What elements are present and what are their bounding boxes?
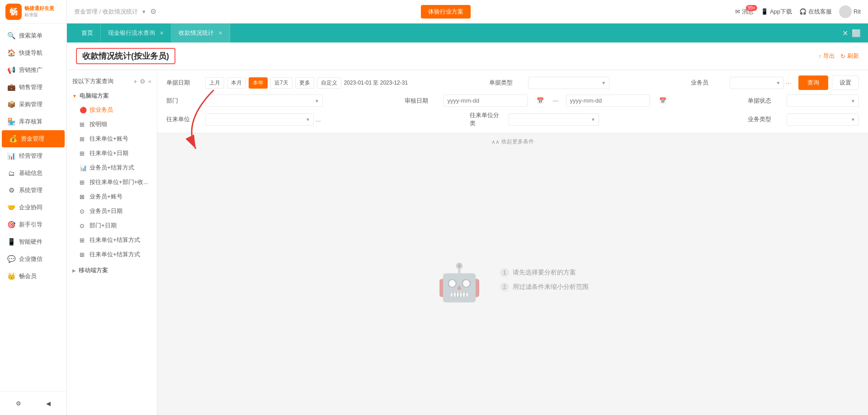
salesperson-filter-label: 业务员 bbox=[691, 79, 722, 87]
sidebar-item-wechat[interactable]: 💬 企业微信 bbox=[0, 250, 66, 268]
sidebar-item-enterprise[interactable]: 🤝 企业协同 bbox=[0, 199, 66, 216]
desktop-scheme-header[interactable]: ▼ 电脑端方案 bbox=[67, 89, 157, 103]
salesperson-settle-icon: 📊 bbox=[80, 165, 87, 171]
purchase-icon: 📦 bbox=[7, 100, 15, 108]
add-scheme-icon[interactable]: + bbox=[133, 78, 137, 85]
sidebar-item-member[interactable]: 👑 畅会员 bbox=[0, 268, 66, 285]
scheme-item-salesperson-account[interactable]: ⊠ 业务员+账号 bbox=[67, 189, 157, 204]
dept-select[interactable] bbox=[205, 94, 323, 107]
dropdown-arrow-icon[interactable]: ▼ bbox=[142, 9, 146, 14]
salesperson-scheme-icon: 🔴 bbox=[80, 107, 87, 113]
user-avatar-btn[interactable]: Rit bbox=[839, 5, 861, 18]
sidebar-item-finance[interactable]: 💰 资金管理 bbox=[2, 130, 65, 147]
sidebar-item-system[interactable]: ⚙ 系统管理 bbox=[0, 182, 66, 199]
header-left: 资金管理 / 收款情况统计 ▼ ⚙ bbox=[74, 7, 156, 16]
sales-icon: 💼 bbox=[7, 83, 15, 91]
empty-text: 1 请先选择要分析的方案 2 用过滤条件来缩小分析范围 bbox=[500, 268, 589, 297]
date-btn-more[interactable]: 更多 bbox=[295, 77, 314, 89]
business-type-select[interactable] bbox=[787, 113, 859, 126]
scheme-item-supplier-account[interactable]: ⊞ 往来单位+账号 bbox=[67, 132, 157, 146]
supplier-dept-icon: ⊞ bbox=[80, 179, 87, 186]
app-download-btn[interactable]: 📱 App下载 bbox=[761, 8, 792, 16]
tab-home[interactable]: 首页 bbox=[74, 24, 101, 42]
tab-bank[interactable]: 现金银行流水查询 ✕ bbox=[101, 24, 171, 42]
dept-date-icon: ⊙ bbox=[80, 222, 87, 229]
sidebar-settings-btn[interactable]: ⚙ bbox=[11, 397, 26, 410]
sidebar-item-basic[interactable]: 🗂 基础信息 bbox=[0, 165, 66, 182]
sidebar-item-sales[interactable]: 💼 销售管理 bbox=[0, 79, 66, 96]
scheme-settings-icon[interactable]: ⚙ bbox=[140, 78, 146, 85]
sidebar-item-hardware[interactable]: 📱 智能硬件 bbox=[0, 233, 66, 250]
business-type-label: 业务类型 bbox=[748, 115, 779, 123]
sidebar-item-inventory[interactable]: 🏪 库存核算 bbox=[0, 113, 66, 130]
window-maximize-icon[interactable]: ⬜ bbox=[852, 29, 861, 38]
audit-date-from[interactable] bbox=[443, 94, 528, 107]
tab-collection-close-icon[interactable]: ✕ bbox=[218, 30, 222, 36]
sidebar-nav: 🔍 搜索菜单 🏠 快捷导航 📢 营销推广 💼 销售管理 📦 采购管理 🏪 库存核… bbox=[0, 24, 66, 391]
sidebar-item-search[interactable]: 🔍 搜索菜单 bbox=[0, 27, 66, 44]
counterparty-category-select[interactable] bbox=[509, 113, 599, 126]
sidebar-item-purchase[interactable]: 📦 采购管理 bbox=[0, 96, 66, 113]
sidebar: 畅 畅捷通好生意 标准版 🔍 搜索菜单 🏠 快捷导航 📢 营销推广 💼 销售管理… bbox=[0, 0, 67, 415]
scheme-item-salesperson-date[interactable]: ⊙ 业务员+日期 bbox=[67, 204, 157, 218]
message-btn[interactable]: ✉ 消息 99+ bbox=[735, 8, 754, 16]
sidebar-item-guide[interactable]: 🎯 新手引导 bbox=[0, 216, 66, 233]
sidebar-bottom: ⚙ ◀ bbox=[0, 391, 66, 415]
empty-hint-2: 2 用过滤条件来缩小分析范围 bbox=[500, 283, 589, 292]
sidebar-item-marketing[interactable]: 📢 营销推广 bbox=[0, 61, 66, 79]
detail-scheme-icon: ⊞ bbox=[80, 121, 87, 128]
top-header: 资金管理 / 收款情况统计 ▼ ⚙ 体验行业方案 ✉ 消息 99+ 📱 App下… bbox=[67, 0, 868, 24]
date-btn-this-year[interactable]: 本年 bbox=[249, 77, 268, 89]
salesperson-more-icon[interactable]: ··· bbox=[786, 79, 791, 86]
empty-state: 🤖 1 请先选择要分析的方案 2 用过滤条件来缩小分析范围 bbox=[157, 150, 868, 415]
scheme-item-supplier-dept[interactable]: ⊞ 按往来单位+部门+收... bbox=[67, 175, 157, 189]
scheme-item-supplier-date[interactable]: ⊞ 往来单位+日期 bbox=[67, 146, 157, 160]
collapse-icon: ◀ bbox=[46, 400, 51, 407]
counterparty-select[interactable] bbox=[205, 113, 314, 126]
header-right: ✉ 消息 99+ 📱 App下载 🎧 在线客服 Rit bbox=[735, 5, 861, 18]
date-btn-custom[interactable]: 自定义 bbox=[317, 77, 341, 89]
scheme-item-dept-date[interactable]: ⊙ 部门+日期 bbox=[67, 218, 157, 233]
counterparty-label: 往来单位 bbox=[166, 115, 198, 123]
left-panel-actions: + ⚙ « bbox=[133, 78, 151, 85]
trial-button[interactable]: 体验行业方案 bbox=[421, 5, 471, 19]
scheme-item-detail[interactable]: ⊞ 按明细 bbox=[67, 117, 157, 132]
page-header: 收款情况统计(按业务员) ↑ 导出 ↻ 刷新 bbox=[67, 42, 868, 70]
refresh-button[interactable]: ↻ 刷新 bbox=[840, 52, 859, 60]
tab-bank-close-icon[interactable]: ✕ bbox=[160, 30, 164, 36]
page-title-box: 收款情况统计(按业务员) bbox=[76, 48, 175, 64]
counterparty-input-wrapper: ... bbox=[205, 113, 321, 126]
scheme-item-supplier-settle1[interactable]: ⊞ 往来单位+结算方式 bbox=[67, 233, 157, 247]
collapse-panel-icon[interactable]: « bbox=[148, 78, 151, 85]
date-btn-last-month[interactable]: 上月 bbox=[205, 77, 224, 89]
header-gear-icon[interactable]: ⚙ bbox=[150, 7, 156, 16]
query-button[interactable]: 查询 bbox=[798, 75, 828, 90]
filter-area: 单据日期 上月 本月 本年 近7天 更多 自定义 2023-01-01 至 20… bbox=[157, 70, 868, 133]
counterparty-select-wrapper bbox=[205, 113, 314, 126]
date-btn-7days[interactable]: 近7天 bbox=[270, 77, 292, 89]
sidebar-collapse-btn[interactable]: ◀ bbox=[42, 397, 55, 410]
main-content: 资金管理 / 收款情况统计 ▼ ⚙ 体验行业方案 ✉ 消息 99+ 📱 App下… bbox=[67, 0, 868, 415]
scheme-item-salesperson-settle[interactable]: 📊 业务员+结算方式 bbox=[67, 160, 157, 175]
audit-date-to[interactable] bbox=[566, 94, 650, 107]
mobile-scheme-header[interactable]: ▶ 移动端方案 bbox=[67, 264, 157, 277]
collapse-bar[interactable]: ∧∧ 收起更多条件 bbox=[157, 133, 868, 150]
doc-status-select[interactable] bbox=[787, 94, 859, 107]
counterparty-category-select-wrapper bbox=[509, 113, 599, 126]
window-close-icon[interactable]: ✕ bbox=[842, 29, 848, 38]
doctype-select[interactable] bbox=[528, 77, 609, 89]
date-btn-this-month[interactable]: 本月 bbox=[227, 77, 246, 89]
setting-button[interactable]: 设置 bbox=[832, 75, 859, 90]
counterparty-more-icon[interactable]: ... bbox=[316, 116, 321, 123]
scheme-item-supplier-settle2[interactable]: ⊞ 往来单位+结算方式 bbox=[67, 247, 157, 262]
salesperson-select[interactable] bbox=[730, 77, 784, 89]
tab-collection[interactable]: 收款情况统计 ✕ bbox=[171, 24, 230, 42]
hint-number-2: 2 bbox=[500, 283, 509, 292]
scheme-item-salesperson[interactable]: 🔴 按业务员 bbox=[67, 103, 157, 117]
sidebar-item-operations[interactable]: 📊 经营管理 bbox=[0, 147, 66, 165]
sidebar-item-quicknav[interactable]: 🏠 快捷导航 bbox=[0, 44, 66, 61]
online-service-btn[interactable]: 🎧 在线客服 bbox=[799, 8, 832, 16]
member-icon: 👑 bbox=[7, 272, 15, 280]
export-icon: ↑ bbox=[819, 53, 822, 60]
export-button[interactable]: ↑ 导出 bbox=[819, 52, 835, 60]
